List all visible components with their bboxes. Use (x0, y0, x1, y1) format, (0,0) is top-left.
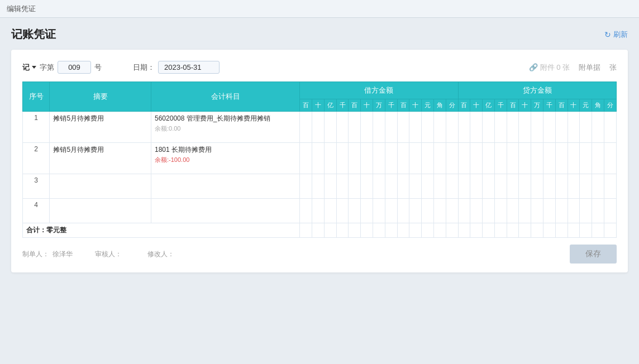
row3-d4[interactable] (336, 174, 349, 199)
row2-c4[interactable] (494, 143, 507, 174)
row4-c4[interactable] (494, 199, 507, 223)
row4-d11[interactable] (422, 199, 434, 223)
row1-c13[interactable] (604, 112, 616, 143)
row4-d9[interactable] (397, 199, 409, 223)
row2-c8[interactable] (543, 143, 555, 174)
refresh-button[interactable]: ↻ 刷新 (604, 30, 628, 40)
row3-account[interactable] (151, 174, 300, 199)
row1-d2[interactable] (312, 112, 325, 143)
row3-d5[interactable] (349, 174, 361, 199)
row3-d11[interactable] (422, 174, 434, 199)
row2-d2[interactable] (312, 143, 325, 174)
row1-c1[interactable] (458, 112, 470, 143)
row2-d3[interactable] (324, 143, 336, 174)
attachment-link[interactable]: 🔗 附件 0 张 (529, 63, 570, 73)
row3-d13[interactable] (446, 174, 458, 199)
row3-d7[interactable] (373, 174, 385, 199)
row3-c1[interactable] (458, 174, 470, 199)
row2-c2[interactable] (470, 143, 483, 174)
row2-d6[interactable] (361, 143, 373, 174)
row4-d3[interactable] (324, 199, 336, 223)
row4-c6[interactable] (519, 199, 531, 223)
row2-c5[interactable] (507, 143, 519, 174)
voucher-type-dropdown[interactable]: 记 (22, 63, 36, 73)
row2-summary[interactable]: 摊销5月待摊费用 (50, 143, 151, 174)
row3-c7[interactable] (531, 174, 543, 199)
row4-c1[interactable] (458, 199, 470, 223)
row1-c2[interactable] (470, 112, 483, 143)
row4-d13[interactable] (446, 199, 458, 223)
row1-d7[interactable] (373, 112, 385, 143)
row3-d1[interactable] (300, 174, 312, 199)
row4-account[interactable] (151, 199, 300, 223)
row4-d8[interactable] (385, 199, 397, 223)
row4-d5[interactable] (349, 199, 361, 223)
row2-c13[interactable] (604, 143, 616, 174)
row3-d2[interactable] (312, 174, 325, 199)
row3-d10[interactable] (409, 174, 422, 199)
row2-c1[interactable] (458, 143, 470, 174)
row3-c12[interactable] (592, 174, 604, 199)
row1-d10[interactable] (409, 112, 422, 143)
row2-d9[interactable] (397, 143, 409, 174)
row1-d1[interactable] (300, 112, 312, 143)
row1-c6[interactable] (519, 112, 531, 143)
row4-d1[interactable] (300, 199, 312, 223)
row4-c9[interactable] (555, 199, 568, 223)
row1-c9[interactable] (555, 112, 568, 143)
row2-c3[interactable] (483, 143, 495, 174)
row3-c6[interactable] (519, 174, 531, 199)
row1-d12[interactable] (433, 112, 446, 143)
row1-c7[interactable] (531, 112, 543, 143)
row3-summary[interactable] (50, 174, 151, 199)
row3-d9[interactable] (397, 174, 409, 199)
row2-d11[interactable] (422, 143, 434, 174)
row1-account[interactable]: 56020008 管理费用_长期待摊费用摊销 余额:0.00 (151, 112, 300, 143)
row2-d13[interactable] (446, 143, 458, 174)
row2-c6[interactable] (519, 143, 531, 174)
row4-c12[interactable] (592, 199, 604, 223)
row1-c10[interactable] (568, 112, 580, 143)
row3-d12[interactable] (433, 174, 446, 199)
row3-c13[interactable] (604, 174, 616, 199)
save-button[interactable]: 保存 (570, 245, 617, 264)
row1-c4[interactable] (494, 112, 507, 143)
row3-d3[interactable] (324, 174, 336, 199)
row1-d8[interactable] (385, 112, 397, 143)
row1-c3[interactable] (483, 112, 495, 143)
row2-d1[interactable] (300, 143, 312, 174)
row4-c8[interactable] (543, 199, 555, 223)
row2-d5[interactable] (349, 143, 361, 174)
row2-c9[interactable] (555, 143, 568, 174)
row4-c5[interactable] (507, 199, 519, 223)
row4-d12[interactable] (433, 199, 446, 223)
row1-d3[interactable] (324, 112, 336, 143)
row4-d6[interactable] (361, 199, 373, 223)
row3-d8[interactable] (385, 174, 397, 199)
row2-c7[interactable] (531, 143, 543, 174)
row3-c2[interactable] (470, 174, 483, 199)
row1-c8[interactable] (543, 112, 555, 143)
row1-c5[interactable] (507, 112, 519, 143)
row4-c3[interactable] (483, 199, 495, 223)
row4-d10[interactable] (409, 199, 422, 223)
row4-c13[interactable] (604, 199, 616, 223)
row2-account[interactable]: 1801 长期待摊费用 余额:-100.00 (151, 143, 300, 174)
row4-c10[interactable] (568, 199, 580, 223)
row4-d4[interactable] (336, 199, 349, 223)
row3-c5[interactable] (507, 174, 519, 199)
row4-d7[interactable] (373, 199, 385, 223)
date-input[interactable] (158, 61, 220, 74)
row1-c11[interactable] (580, 112, 592, 143)
row4-c7[interactable] (531, 199, 543, 223)
row2-d10[interactable] (409, 143, 422, 174)
row3-c11[interactable] (580, 174, 592, 199)
row2-d8[interactable] (385, 143, 397, 174)
voucher-number-input[interactable] (58, 61, 91, 74)
row3-c4[interactable] (494, 174, 507, 199)
row2-c12[interactable] (592, 143, 604, 174)
row1-d5[interactable] (349, 112, 361, 143)
row1-d9[interactable] (397, 112, 409, 143)
row2-c10[interactable] (568, 143, 580, 174)
row3-d6[interactable] (361, 174, 373, 199)
